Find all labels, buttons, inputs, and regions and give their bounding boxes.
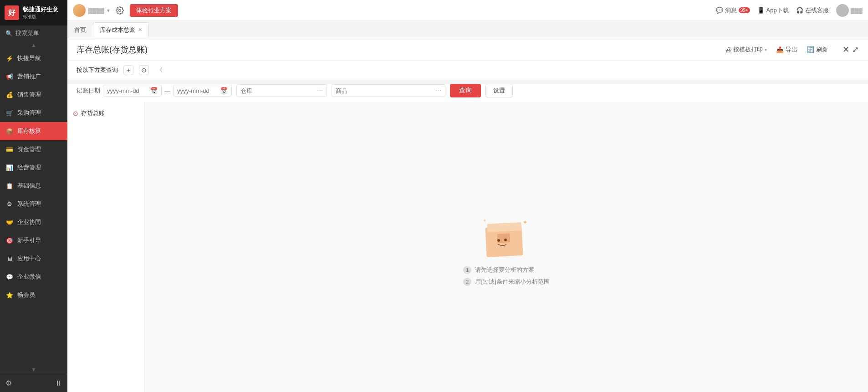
date-start-input[interactable]: [107, 87, 148, 94]
warehouse-input-wrap: ···: [236, 84, 327, 97]
sidebar-scroll-down[interactable]: ▼: [0, 366, 67, 374]
calendar-end-icon[interactable]: 📅: [220, 87, 228, 94]
sidebar-item-label: 应用中心: [17, 255, 41, 263]
sidebar-item-app-center[interactable]: 🖥 应用中心: [0, 249, 67, 268]
warehouse-input[interactable]: [240, 87, 317, 94]
svg-text:✦: ✦: [522, 219, 528, 226]
hint-text-1: 请先选择要分析的方案: [475, 266, 534, 274]
refresh-btn[interactable]: 🔄 刷新: [803, 44, 832, 56]
collapse-icon[interactable]: ⏸: [55, 379, 62, 387]
sidebar-item-finance[interactable]: 💳 资金管理: [0, 140, 67, 158]
scheme-item-label: 存货总账: [81, 109, 105, 117]
right-username: ▓▓▓: [851, 7, 863, 14]
phone-icon: 📱: [757, 7, 765, 14]
topbar-chevron-icon[interactable]: ▾: [107, 7, 110, 14]
filter-delete-button[interactable]: ⊙: [139, 65, 149, 75]
sidebar-item-enterprise-wechat[interactable]: 💬 企业微信: [0, 268, 67, 286]
app-center-icon: 🖥: [5, 255, 14, 263]
tab-inventory-cost[interactable]: 库存成本总账 ✕: [93, 22, 149, 37]
enterprise-wechat-icon: 💬: [5, 273, 14, 281]
export-btn[interactable]: 📤 导出: [772, 44, 801, 56]
refresh-icon: 🔄: [807, 46, 814, 53]
sidebar-item-newbie[interactable]: 🎯 新手引导: [0, 231, 67, 249]
logo-subtitle: 标准版: [23, 14, 58, 20]
settings-button[interactable]: 设置: [485, 84, 513, 97]
marketing-icon: 📢: [5, 72, 14, 81]
sidebar-item-label: 畅会员: [17, 291, 35, 299]
sidebar-item-label: 采购管理: [17, 109, 41, 117]
svg-point-6: [497, 239, 500, 242]
sidebar-item-label: 快捷导航: [17, 54, 41, 62]
main-area: ▓▓▓▓ ▾ 体验行业方案 💬 消息 99+ 📱 App下载 🎧: [67, 0, 868, 392]
date-filter-group: 记账日期 📅 — 📅: [77, 85, 232, 97]
industry-btn[interactable]: 体验行业方案: [130, 4, 178, 17]
member-icon: ⭐: [5, 291, 14, 299]
hint-text-2: 用[过滤]条件来缩小分析范围: [475, 278, 549, 286]
sidebar-bottom: ⚙ ⏸: [0, 374, 67, 392]
sidebar-item-member[interactable]: ⭐ 畅会员: [0, 286, 67, 304]
expand-button[interactable]: ⤢: [852, 45, 859, 55]
filter-row: 记账日期 📅 — 📅 ··· ··· 查询 设置: [67, 84, 868, 102]
purchase-icon: 🛒: [5, 109, 14, 117]
app-download-label: App下载: [766, 6, 789, 15]
settings-icon[interactable]: ⚙: [5, 379, 12, 387]
query-button[interactable]: 查询: [450, 84, 481, 97]
print-btn[interactable]: 🖨 按模板打印 ▾: [721, 44, 771, 56]
sidebar-search[interactable]: 🔍 搜索菜单: [0, 25, 67, 41]
scheme-item-inventory[interactable]: ⊙ 存货总账: [67, 106, 144, 121]
topbar-gear-icon[interactable]: [113, 4, 126, 17]
calendar-start-icon[interactable]: 📅: [150, 87, 158, 94]
sidebar-item-label: 销售管理: [17, 91, 41, 99]
svg-text:✦: ✦: [483, 218, 486, 223]
sidebar-item-inventory[interactable]: 📦 库存核算: [0, 122, 67, 140]
hint-num-1: 1: [463, 266, 471, 274]
sidebar-item-system[interactable]: ⚙ 系统管理: [0, 195, 67, 213]
logo-icon: 好: [5, 5, 19, 20]
logo-title: 畅捷通好生意: [23, 5, 58, 14]
online-service-label: 在线客服: [805, 6, 829, 15]
cooperation-icon: 🤝: [5, 218, 14, 226]
filter-bar: 按以下方案查询 + ⊙ 《: [67, 61, 868, 80]
sidebar-item-label: 企业协同: [17, 218, 41, 226]
product-more-icon[interactable]: ···: [435, 87, 441, 95]
warehouse-more-icon[interactable]: ···: [317, 87, 323, 95]
sidebar-item-basic-info[interactable]: 📋 基础信息: [0, 177, 67, 195]
product-input-wrap: ···: [332, 84, 445, 97]
chevron-up-icon: ▲: [31, 42, 36, 48]
messages-badge: 99+: [739, 7, 750, 13]
empty-hints: 1 请先选择要分析的方案 2 用[过滤]条件来缩小分析范围: [463, 266, 549, 286]
tabbar: 首页 库存成本总账 ✕: [67, 21, 868, 37]
product-input[interactable]: [336, 87, 435, 94]
sidebar-item-operations[interactable]: 📊 经营管理: [0, 158, 67, 177]
sidebar-scroll-up[interactable]: ▲: [0, 41, 67, 49]
headset-icon: 🎧: [796, 7, 803, 14]
content-body: ⊙ 存货总账 ✦ ✦: [67, 102, 868, 392]
sidebar-item-purchase[interactable]: 🛒 采购管理: [0, 104, 67, 122]
close-button[interactable]: ✕: [842, 45, 849, 55]
app-download-btn[interactable]: 📱 App下载: [757, 6, 789, 15]
sidebar-item-cooperation[interactable]: 🤝 企业协同: [0, 213, 67, 231]
sidebar-item-label: 经营管理: [17, 163, 41, 172]
sidebar-item-marketing[interactable]: 📢 营销推广: [0, 67, 67, 86]
sidebar-item-label: 库存核算: [17, 127, 41, 135]
print-chevron-icon: ▾: [765, 47, 767, 52]
message-icon: 💬: [716, 7, 723, 14]
messages-label: 消息: [725, 6, 737, 15]
tab-home[interactable]: 首页: [67, 22, 93, 37]
refresh-label: 刷新: [816, 46, 828, 54]
tab-home-label: 首页: [74, 26, 86, 34]
date-end-input[interactable]: [177, 87, 218, 94]
finance-icon: 💳: [5, 145, 14, 153]
date-start-input-wrap: 📅: [103, 85, 162, 97]
sidebar-nav: ⚡ 快捷导航 📢 营销推广 💰 销售管理 🛒 采购管理 📦 库存核算 💳 资金管…: [0, 49, 67, 366]
tab-close-icon[interactable]: ✕: [138, 27, 142, 33]
online-service-btn[interactable]: 🎧 在线客服: [796, 6, 829, 15]
sidebar-item-label: 营销推广: [17, 72, 41, 81]
logo-text-area: 畅捷通好生意 标准版: [23, 5, 58, 20]
scheme-circle-icon: ⊙: [73, 110, 78, 117]
messages-btn[interactable]: 💬 消息 99+: [716, 6, 750, 15]
filter-collapse-button[interactable]: 《: [154, 65, 164, 75]
sidebar-item-sales[interactable]: 💰 销售管理: [0, 86, 67, 104]
filter-add-button[interactable]: +: [123, 65, 133, 75]
sidebar-item-quick-nav[interactable]: ⚡ 快捷导航: [0, 49, 67, 67]
